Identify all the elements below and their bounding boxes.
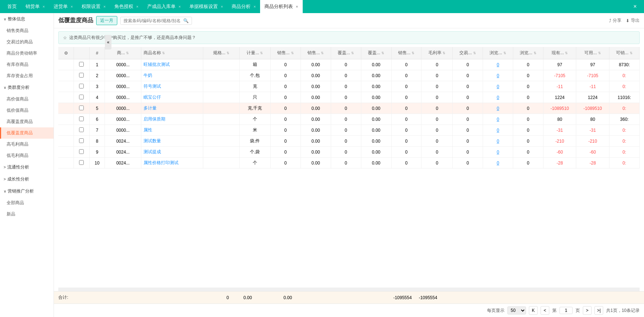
- cell-browse-a[interactable]: 0: [483, 92, 513, 103]
- sidebar-item-all-goods[interactable]: 全部商品: [0, 197, 54, 209]
- sidebar-item-stocked-goods[interactable]: 有库存商品: [0, 59, 54, 70]
- next-page-button[interactable]: >: [583, 306, 592, 315]
- sidebar-item-low-coverage[interactable]: 低覆盖度商品: [0, 127, 54, 139]
- nav-purchase-order[interactable]: 进货单 ×: [49, 0, 77, 13]
- prev-page-button[interactable]: <: [541, 306, 549, 315]
- last-page-button[interactable]: >|: [594, 306, 603, 315]
- sidebar-item-sales-goods[interactable]: 销售类商品: [0, 25, 54, 36]
- sidebar-item-low-profit[interactable]: 低毛利商品: [0, 150, 54, 161]
- page-input[interactable]: [559, 307, 573, 314]
- cell-name[interactable]: 多计量: [141, 103, 203, 114]
- th-sales-amt[interactable]: 销售... ⇅: [301, 47, 331, 59]
- cell-browse-a[interactable]: 0: [483, 81, 513, 92]
- cell-check[interactable]: [74, 136, 90, 147]
- sidebar-item-low-value[interactable]: 低价值商品: [0, 105, 54, 116]
- cell-check[interactable]: [74, 147, 90, 158]
- sidebar-item-high-coverage[interactable]: 高覆盖度商品: [0, 116, 54, 127]
- cell-check[interactable]: [74, 114, 90, 125]
- page-size-select[interactable]: 50 20 100: [507, 306, 526, 314]
- cell-name[interactable]: 属性价格打印测试: [141, 158, 203, 169]
- sidebar-item-high-profit[interactable]: 高毛利商品: [0, 139, 54, 150]
- th-cover-a[interactable]: 覆盖... ⇅: [331, 47, 361, 59]
- sidebar-item-stock-capital[interactable]: 库存资金占用: [0, 70, 54, 82]
- cell-check[interactable]: [74, 70, 90, 81]
- th-gross-rate[interactable]: 毛利率 ⇅: [421, 47, 453, 59]
- sidebar-section-marketing[interactable]: ∨ 营销推广分析: [0, 185, 54, 197]
- th-settings[interactable]: ⚙: [58, 47, 74, 59]
- th-browse-b[interactable]: 浏览... ⇅: [513, 47, 543, 59]
- first-page-button[interactable]: K: [529, 306, 538, 315]
- nav-close-role[interactable]: ×: [136, 4, 138, 9]
- th-sellable[interactable]: 可销... ⇅: [609, 47, 639, 59]
- sidebar-section-overall[interactable]: ∨ 整体信息: [0, 13, 54, 25]
- cell-browse-a[interactable]: 0: [483, 158, 513, 169]
- nav-close-finished[interactable]: ×: [178, 4, 181, 9]
- row-checkbox[interactable]: [79, 138, 84, 143]
- sidebar-section-growth[interactable]: > 成长性分析: [0, 173, 54, 185]
- th-current[interactable]: 现有... ⇅: [543, 47, 576, 59]
- share-button[interactable]: ⤴ 分享: [609, 17, 621, 24]
- cell-browse-a[interactable]: 0: [483, 70, 513, 81]
- th-sales-c[interactable]: 销售... ⇅: [391, 47, 421, 59]
- cell-name[interactable]: 符号测试: [141, 81, 203, 92]
- th-browse-a[interactable]: 浏览... ⇅: [483, 47, 513, 59]
- nav-product-analysis[interactable]: 商品分析 ×: [227, 0, 260, 13]
- cell-check[interactable]: [74, 103, 90, 114]
- row-checkbox[interactable]: [79, 127, 84, 132]
- sidebar-item-category-rate[interactable]: 商品分类动销率: [0, 48, 54, 59]
- nav-close-analysis-list[interactable]: ×: [296, 4, 298, 9]
- cell-browse-a[interactable]: 0: [483, 114, 513, 125]
- sidebar-section-group[interactable]: ∨ 类群度分析: [0, 82, 54, 94]
- cell-name[interactable]: 眠宝公仔: [141, 92, 203, 103]
- sidebar-collapse-button[interactable]: «: [105, 35, 111, 49]
- cell-check[interactable]: [74, 125, 90, 136]
- cell-browse-a[interactable]: 0: [483, 59, 513, 70]
- row-checkbox[interactable]: [79, 84, 84, 88]
- th-avail[interactable]: 可用... ⇅: [576, 47, 609, 59]
- horizontal-scrollbar[interactable]: [58, 288, 640, 291]
- row-checkbox[interactable]: [79, 106, 84, 110]
- row-checkbox[interactable]: [79, 160, 84, 165]
- nav-close-permission[interactable]: ×: [103, 4, 106, 9]
- row-checkbox[interactable]: [79, 149, 84, 154]
- th-sales-qty[interactable]: 销售... ⇅: [270, 47, 301, 59]
- settings-icon[interactable]: ⚙: [64, 51, 68, 56]
- cell-name[interactable]: 属性: [141, 125, 203, 136]
- nav-finished-goods[interactable]: 产成品入库单 ×: [143, 0, 185, 13]
- cell-browse-a[interactable]: 0: [483, 103, 513, 114]
- search-icon[interactable]: 🔍: [183, 18, 189, 23]
- th-unit[interactable]: 计量... ⇅: [239, 47, 270, 59]
- nav-template-settings[interactable]: 单据模板设置 ×: [185, 0, 227, 13]
- window-close-button[interactable]: ×: [629, 3, 641, 10]
- nav-close-template[interactable]: ×: [221, 4, 223, 9]
- th-name[interactable]: 商品名称 ⇅: [141, 47, 203, 59]
- cell-check[interactable]: [74, 92, 90, 103]
- cell-browse-a[interactable]: 0: [483, 125, 513, 136]
- sidebar-item-new-goods[interactable]: 新品: [0, 209, 54, 220]
- sidebar-section-flow[interactable]: > 流通性分析: [0, 161, 54, 173]
- nav-close-purchase[interactable]: ×: [71, 4, 73, 9]
- cell-name[interactable]: 测试提成: [141, 147, 203, 158]
- th-trans[interactable]: 交易... ⇅: [453, 47, 483, 59]
- row-checkbox[interactable]: [79, 73, 84, 78]
- cell-check[interactable]: [74, 81, 90, 92]
- th-spec[interactable]: 规格... ⇅: [203, 47, 239, 59]
- row-checkbox[interactable]: [79, 62, 84, 67]
- sidebar-item-high-value[interactable]: 高价值商品: [0, 94, 54, 105]
- cell-name[interactable]: 启用保质期: [141, 114, 203, 125]
- export-button[interactable]: ⬇ 导出: [626, 17, 640, 24]
- cell-name[interactable]: 测试数量: [141, 136, 203, 147]
- cell-check[interactable]: [74, 59, 90, 70]
- sidebar-item-traded-goods[interactable]: 交易过的商品: [0, 36, 54, 48]
- cell-name[interactable]: 牛奶: [141, 70, 203, 81]
- nav-close-sales[interactable]: ×: [43, 4, 45, 9]
- cell-browse-a[interactable]: 0: [483, 147, 513, 158]
- cell-browse-a[interactable]: 0: [483, 136, 513, 147]
- nav-close-analysis[interactable]: ×: [254, 4, 256, 9]
- nav-role-auth[interactable]: 角色授权 ×: [110, 0, 143, 13]
- th-cover-b[interactable]: 覆盖... ⇅: [361, 47, 391, 59]
- filter-period-button[interactable]: 近一月: [96, 16, 117, 25]
- nav-sales-order[interactable]: 销货单 ×: [21, 0, 49, 13]
- cell-check[interactable]: [74, 158, 90, 169]
- row-checkbox[interactable]: [79, 116, 84, 121]
